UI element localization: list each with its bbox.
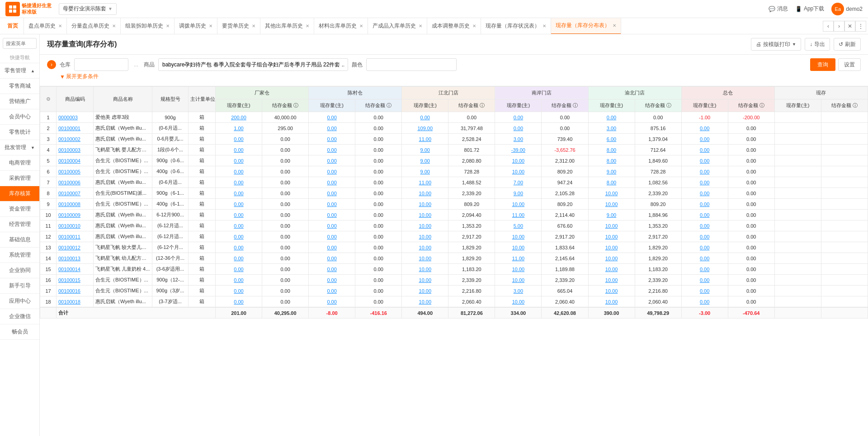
row-code[interactable]: 00100016 (57, 286, 94, 296)
row-c2-qty[interactable]: 0.00 (309, 231, 355, 242)
row-c3-qty[interactable]: 10.00 (402, 253, 448, 264)
tab-home[interactable]: 首页 (2, 18, 24, 34)
row-c1-qty[interactable]: 0.00 (216, 155, 262, 166)
sidebar-item-jingying[interactable]: 经营管理 (0, 217, 39, 232)
close-icon[interactable]: ✕ (472, 23, 476, 28)
row-c2-qty[interactable]: 0.00 (309, 210, 355, 220)
sidebar-item-lingshouggl[interactable]: 零售管理 ▲ (0, 63, 39, 79)
row-total-qty[interactable]: 0.00 (681, 145, 728, 155)
tab-fenpandian[interactable]: 分量盘点单历史 ✕ (67, 18, 121, 34)
sidebar-item-pifaggl[interactable]: 批发管理 ▼ (0, 140, 39, 155)
row-c3-qty[interactable]: 10.00 (402, 264, 448, 275)
close-icon[interactable]: ✕ (306, 23, 309, 28)
row-code[interactable]: 00100013 (57, 253, 94, 264)
row-c3-qty[interactable]: 0.00 (402, 112, 448, 123)
search-input[interactable] (3, 38, 37, 49)
sidebar-item-yingxiao[interactable]: 营销推广 (0, 94, 39, 109)
row-c1-qty[interactable]: 0.00 (216, 188, 262, 199)
row-c1-qty[interactable]: 0.00 (216, 286, 262, 296)
row-c5-qty[interactable]: 10.00 (588, 286, 635, 296)
row-total-qty[interactable]: 0.00 (681, 155, 728, 166)
row-total-qty[interactable]: 0.00 (681, 199, 728, 210)
refresh-btn[interactable]: ↺ 刷新 (834, 38, 861, 51)
row-code[interactable]: 00100004 (57, 155, 94, 166)
row-c2-qty[interactable]: 0.00 (309, 145, 355, 155)
row-c2-qty[interactable]: 0.00 (309, 286, 355, 296)
sidebar-item-qiyewx[interactable]: 企业微信 (0, 309, 39, 324)
tab-yaohuo[interactable]: 要货单历史 ✕ (217, 18, 260, 34)
row-c5-qty[interactable]: 10.00 (588, 275, 635, 286)
row-total-qty[interactable]: 0.00 (681, 134, 728, 145)
user-area[interactable]: Ea demo2 (831, 3, 863, 15)
th-gear[interactable]: ⚙ (40, 87, 57, 112)
row-c1-qty[interactable]: 0.00 (216, 264, 262, 275)
row-c3-qty[interactable]: 11.00 (402, 134, 448, 145)
sidebar-item-zijin[interactable]: 资金管理 (0, 202, 39, 217)
row-c1-qty[interactable]: 0.00 (216, 275, 262, 286)
row-c3-qty[interactable]: 10.00 (402, 188, 448, 199)
row-c2-qty[interactable]: 0.00 (309, 199, 355, 210)
row-c1-qty[interactable]: 200.00 (216, 112, 262, 123)
row-c3-qty[interactable]: 109.00 (402, 123, 448, 134)
row-c5-qty[interactable]: 9.00 (588, 166, 635, 177)
warehouse-dots-btn[interactable]: ... (132, 61, 140, 68)
row-total-qty[interactable]: 0.00 (681, 231, 728, 242)
row-c4-qty[interactable]: 3.00 (495, 134, 542, 145)
row-c4-qty[interactable]: 5.00 (495, 220, 542, 231)
row-c3-qty[interactable]: 10.00 (402, 275, 448, 286)
row-c3-qty[interactable]: 10.00 (402, 286, 448, 296)
row-c2-qty[interactable]: 0.00 (309, 166, 355, 177)
row-c1-qty[interactable]: 0.00 (216, 210, 262, 220)
sidebar-item-huiyuan[interactable]: 会员中心 (0, 109, 39, 125)
close-icon[interactable]: ✕ (359, 23, 363, 28)
row-c5-qty[interactable]: 8.00 (588, 177, 635, 188)
row-c4-qty[interactable]: -39.00 (495, 145, 542, 155)
row-c5-qty[interactable]: 10.00 (588, 296, 635, 308)
tab-xuncun-dist[interactable]: 现存量（库存分布表） ✕ (551, 18, 621, 34)
row-code[interactable]: 00100002 (57, 134, 94, 145)
sidebar-item-yingyong[interactable]: 应用中心 (0, 294, 39, 309)
close-icon[interactable]: ✕ (166, 23, 170, 28)
row-c5-qty[interactable]: 10.00 (588, 242, 635, 253)
sidebar-item-lingshoucheng[interactable]: 零售商城 (0, 79, 39, 94)
close-icon[interactable]: ✕ (252, 23, 255, 28)
row-c5-qty[interactable]: 10.00 (588, 253, 635, 264)
sidebar-item-dianshangg[interactable]: 电商管理 (0, 155, 39, 171)
row-code[interactable]: 00100008 (57, 199, 94, 210)
row-code[interactable]: 00100010 (57, 220, 94, 231)
nav-next-btn[interactable]: › (834, 21, 844, 32)
close-icon[interactable]: ✕ (419, 23, 422, 28)
row-c5-qty[interactable]: 0.00 (588, 112, 635, 123)
tab-zuzhuang[interactable]: 组装拆卸单历史 ✕ (121, 18, 175, 34)
row-c5-qty[interactable]: 6.00 (588, 134, 635, 145)
row-c4-qty[interactable]: 11.00 (495, 253, 542, 264)
row-c1-qty[interactable]: 0.00 (216, 220, 262, 231)
sidebar-item-lingshoutj[interactable]: 零售统计 (0, 125, 39, 140)
product-input[interactable] (158, 58, 348, 71)
row-c4-qty[interactable]: 10.00 (495, 199, 542, 210)
row-c3-qty[interactable]: 10.00 (402, 242, 448, 253)
row-total-qty[interactable]: 0.00 (681, 210, 728, 220)
tab-chancheng[interactable]: 产成品入库单历史 ✕ (368, 18, 427, 34)
row-c3-qty[interactable]: 10.00 (402, 199, 448, 210)
row-c3-qty[interactable]: 11.00 (402, 177, 448, 188)
row-c4-qty[interactable]: 10.00 (495, 242, 542, 253)
row-c4-qty[interactable]: 10.00 (495, 264, 542, 275)
expand-btn[interactable]: ▼ 展开更多条件 (60, 73, 99, 80)
tab-xuncun-status[interactable]: 现存量（库存状况表） ✕ (481, 18, 551, 34)
row-total-qty[interactable]: 0.00 (681, 220, 728, 231)
row-code[interactable]: 00100014 (57, 264, 94, 275)
row-code[interactable]: 00100001 (57, 123, 94, 134)
row-code[interactable]: 00100015 (57, 275, 94, 286)
close-icon[interactable]: ✕ (542, 23, 546, 28)
row-c4-qty[interactable]: 0.00 (495, 123, 542, 134)
row-total-qty[interactable]: 0.00 (681, 264, 728, 275)
row-c1-qty[interactable]: 0.00 (216, 253, 262, 264)
row-c5-qty[interactable]: 3.00 (588, 123, 635, 134)
row-c5-qty[interactable]: 10.00 (588, 264, 635, 275)
row-c1-qty[interactable]: 0.00 (216, 199, 262, 210)
row-c4-qty[interactable]: 7.00 (495, 177, 542, 188)
close-icon[interactable]: ✕ (209, 23, 212, 28)
row-code[interactable]: 00100011 (57, 231, 94, 242)
row-c5-qty[interactable]: 10.00 (588, 231, 635, 242)
